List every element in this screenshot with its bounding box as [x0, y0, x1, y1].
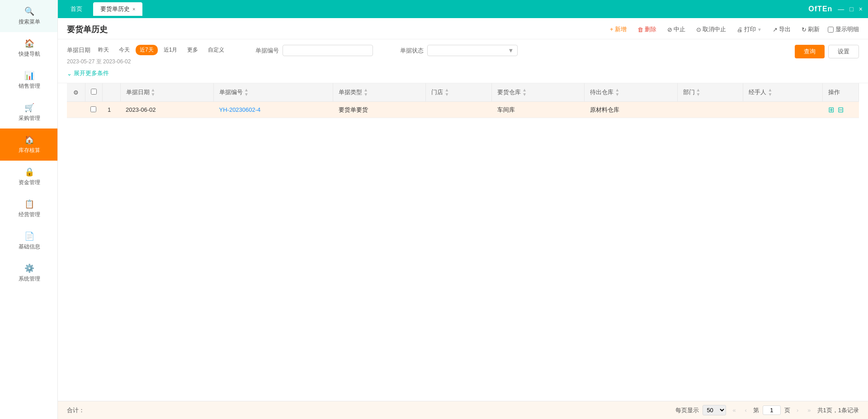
th-action: 操作 — [823, 83, 859, 102]
chevron-down-expand-icon: ⌄ — [67, 70, 72, 77]
settings-button[interactable]: 设置 — [828, 45, 859, 58]
th-checkbox — [85, 83, 102, 102]
sidebar-item-inventory[interactable]: 🏠 库存核算 — [0, 129, 57, 161]
page-header: 要货单历史 + 新增 🗑 删除 ⊘ 中止 ⊙ 取消中止 🖨 打印 — [58, 18, 868, 39]
row-checkbox[interactable] — [90, 106, 96, 112]
th-bill-type[interactable]: 单据类型 ▲▼ — [333, 83, 426, 102]
sidebar-item-sales-mgmt[interactable]: 📊 销售管理 — [0, 64, 57, 96]
page-size-select[interactable]: 20 50 100 200 — [703, 405, 726, 415]
chart-icon: 📊 — [24, 71, 34, 81]
td-pending-warehouse: 原材料仓库 — [585, 102, 677, 118]
display-detail-checkbox[interactable] — [828, 27, 834, 33]
td-req-warehouse: 车间库 — [492, 102, 585, 118]
stop-button[interactable]: ⊘ 中止 — [665, 24, 688, 35]
print-button[interactable]: 🖨 打印 ▼ — [734, 24, 764, 35]
tab-close-icon[interactable]: × — [132, 6, 135, 12]
td-checkbox — [85, 102, 102, 118]
sidebar-item-quick-nav[interactable]: 🏠 快捷导航 — [0, 32, 57, 64]
page-suffix: 页 — [784, 406, 790, 414]
cart-icon: 🛒 — [24, 103, 34, 113]
sidebar: 🔍 搜索菜单 🏠 快捷导航 📊 销售管理 🛒 采购管理 🏠 库存核算 🔒 资金管… — [0, 0, 58, 419]
th-bill-number[interactable]: 单据编号 ▲▼ — [214, 83, 333, 102]
next-page-button[interactable]: › — [794, 406, 801, 414]
brand-label: OfTEn — [808, 5, 832, 13]
date-buttons: 昨天 今天 近7天 近1月 更多 自定义 — [94, 45, 228, 55]
first-page-button[interactable]: « — [730, 406, 738, 414]
date-label: 单据日期 — [67, 46, 90, 54]
sidebar-item-basic-info[interactable]: 📄 基础信息 — [0, 225, 57, 257]
date-btn-7days[interactable]: 近7天 — [136, 45, 158, 55]
bill-number-link[interactable]: YH-20230602-4 — [219, 106, 261, 113]
filter-date: 单据日期 昨天 今天 近7天 近1月 更多 自定义 2023-05-27 至 2… — [67, 45, 228, 66]
last-page-button[interactable]: » — [805, 406, 813, 414]
cancel-stop-button[interactable]: ⊙ 取消中止 — [693, 24, 729, 35]
sort-bill-number-icon: ▲▼ — [244, 88, 249, 97]
export-icon: ↗ — [773, 26, 778, 33]
expand-more-button[interactable]: ⌄ 展开更多条件 — [67, 69, 859, 77]
th-department[interactable]: 部门 ▲▼ — [677, 83, 743, 102]
display-detail-toggle[interactable]: 显示明细 — [828, 25, 859, 33]
th-bill-date[interactable]: 单据日期 ▲▼ — [120, 83, 214, 102]
td-row-num: 1 — [102, 102, 120, 118]
edit-icon[interactable]: ⊞ — [828, 105, 834, 114]
filter-area: 单据日期 昨天 今天 近7天 近1月 更多 自定义 2023-05-27 至 2… — [58, 39, 868, 83]
sort-bill-type-icon: ▲▼ — [363, 88, 368, 97]
doc-icon: 📄 — [24, 231, 34, 241]
refresh-button[interactable]: ↻ 刷新 — [799, 24, 822, 35]
summary-label: 合计： — [67, 406, 85, 414]
tab-home[interactable]: 首页 — [63, 2, 90, 16]
th-pending-warehouse[interactable]: 待出仓库 ▲▼ — [585, 83, 677, 102]
th-handler[interactable]: 经手人 ▲▼ — [743, 83, 823, 102]
th-req-warehouse[interactable]: 要货仓库 ▲▼ — [492, 83, 585, 102]
new-button[interactable]: + 新增 — [607, 24, 629, 35]
td-gear — [67, 102, 85, 118]
filter-bill-status: 单据状态 ▼ — [400, 45, 518, 56]
td-bill-date: 2023-06-02 — [120, 102, 214, 118]
td-action: ⊞ ⊟ — [823, 102, 859, 118]
bill-status-select[interactable]: ▼ — [427, 45, 518, 56]
date-btn-more[interactable]: 更多 — [183, 45, 202, 55]
filter-actions: 查询 设置 — [795, 45, 859, 58]
table-header-row: ⚙ 单据日期 ▲▼ 单据编号 — [67, 83, 859, 102]
sort-pending-warehouse-icon: ▲▼ — [615, 88, 619, 97]
date-range-display: 2023-05-27 至 2023-06-02 — [67, 58, 228, 66]
delete-icon: 🗑 — [637, 26, 643, 33]
print-icon: 🖨 — [737, 26, 743, 33]
td-handler — [743, 102, 823, 118]
page-number-input[interactable] — [763, 405, 781, 415]
window-max-icon[interactable]: □ — [849, 5, 853, 13]
sort-store-icon: ▲▼ — [444, 88, 449, 97]
content-area: 要货单历史 + 新增 🗑 删除 ⊘ 中止 ⊙ 取消中止 🖨 打印 — [58, 18, 868, 419]
filter-row: 单据日期 昨天 今天 近7天 近1月 更多 自定义 2023-05-27 至 2… — [67, 45, 859, 66]
sidebar-item-search-menu[interactable]: 🔍 搜索菜单 — [0, 0, 57, 32]
td-store — [426, 102, 492, 118]
td-bill-type: 要货单要货 — [333, 102, 426, 118]
bill-number-label: 单据编号 — [255, 47, 279, 55]
pagination: 每页显示 20 50 100 200 « ‹ 第 页 › » 共1页，1条记录 — [675, 405, 859, 415]
sidebar-item-sys-mgmt[interactable]: ⚙️ 系统管理 — [0, 257, 57, 289]
sort-handler-icon: ▲▼ — [768, 88, 772, 97]
gear-icon: ⚙️ — [24, 263, 34, 273]
sidebar-item-ops-mgmt[interactable]: 📋 经营管理 — [0, 193, 57, 225]
sort-req-warehouse-icon: ▲▼ — [522, 88, 527, 97]
date-btn-1month[interactable]: 近1月 — [160, 45, 182, 55]
window-min-icon[interactable]: — — [838, 5, 844, 13]
date-btn-yesterday[interactable]: 昨天 — [94, 45, 113, 55]
export-button[interactable]: ↗ 导出 — [770, 24, 793, 35]
select-all-checkbox[interactable] — [91, 89, 97, 95]
sidebar-item-finance-mgmt[interactable]: 🔒 资金管理 — [0, 161, 57, 193]
query-button[interactable]: 查询 — [795, 45, 825, 58]
bill-number-input[interactable] — [283, 45, 373, 56]
window-close-icon[interactable]: × — [859, 5, 863, 13]
sidebar-item-purchase-mgmt[interactable]: 🛒 采购管理 — [0, 96, 57, 129]
date-btn-today[interactable]: 今天 — [115, 45, 134, 55]
th-store[interactable]: 门店 ▲▼ — [426, 83, 492, 102]
delete-button[interactable]: 🗑 删除 — [635, 24, 659, 35]
th-gear[interactable]: ⚙ — [67, 83, 85, 102]
prev-page-button[interactable]: ‹ — [742, 406, 750, 414]
date-btn-custom[interactable]: 自定义 — [204, 45, 228, 55]
sort-department-icon: ▲▼ — [696, 88, 701, 97]
tab-active[interactable]: 要货单历史 × — [93, 2, 142, 16]
print-dropdown-icon[interactable]: ▼ — [757, 27, 762, 32]
more-icon[interactable]: ⊟ — [838, 105, 844, 114]
